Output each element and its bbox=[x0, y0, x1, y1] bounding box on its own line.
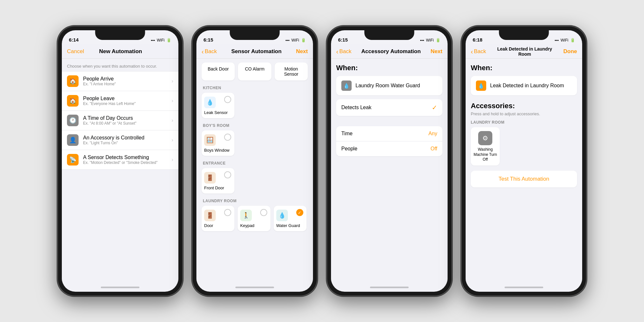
water-guard-icon: 💧 bbox=[276, 210, 288, 221]
sensor-radio[interactable] bbox=[224, 171, 231, 178]
automation-hint: Choose when you want this automation to … bbox=[62, 59, 178, 71]
sensor-card[interactable]: 🚶 Keypad bbox=[238, 206, 270, 231]
home-bar-4 bbox=[466, 283, 582, 292]
status-icons-3: ▪▪▪ WiFi 🔋 bbox=[420, 38, 440, 43]
sensor-card[interactable]: 💧 Leak Sensor bbox=[202, 93, 234, 118]
sensor-card[interactable]: 💧 Water Guard ✓ bbox=[274, 206, 307, 231]
sensor-card[interactable]: 🚪 Door bbox=[202, 206, 234, 231]
nav-title-3: Accessory Automation bbox=[361, 48, 421, 55]
boys-window-icon: 🪟 bbox=[204, 134, 216, 146]
sensor-card[interactable]: 🪟 Boys Window bbox=[202, 130, 234, 156]
wifi-icon: WiFi bbox=[561, 38, 568, 43]
chevron-right-icon: › bbox=[172, 78, 173, 84]
time-3: 6:15 bbox=[338, 37, 348, 43]
back-door-item[interactable]: Back Door bbox=[202, 62, 235, 80]
sensor-radio[interactable] bbox=[260, 209, 267, 216]
sensor-card[interactable]: 🚪 Front Door bbox=[202, 168, 234, 194]
screen-4-content: When: 💧 Leak Detected in Laundry Room Ac… bbox=[466, 59, 582, 283]
list-item[interactable]: 🏠 People Arrive Ex. "I Arrive Home" › bbox=[62, 71, 178, 91]
notch-1 bbox=[95, 30, 145, 40]
next-button-3[interactable]: Next bbox=[431, 48, 442, 55]
people-arrive-icon: 🏠 bbox=[67, 75, 79, 87]
washing-machine-icon: ⚙ bbox=[478, 131, 492, 145]
time-cond-label: Time bbox=[341, 131, 428, 137]
time-cond-value: Any bbox=[428, 131, 437, 137]
chevron-right-icon: › bbox=[172, 98, 173, 104]
sensor-title: A Sensor Detects Something bbox=[83, 155, 167, 160]
phone-3-screen: 6:15 ▪▪▪ WiFi 🔋 ‹ Back Accessory Automat… bbox=[331, 30, 448, 292]
time-condition-row[interactable]: Time Any bbox=[336, 126, 442, 141]
home-indicator bbox=[505, 287, 543, 288]
laundry-room-label: LAUNDRY ROOM bbox=[203, 199, 308, 203]
when-label-4: When: bbox=[471, 64, 577, 72]
battery-icon: 🔋 bbox=[301, 38, 306, 43]
list-item[interactable]: 🏠 People Leave Ex. "Everyone Has Left Ho… bbox=[62, 91, 178, 111]
home-bar-3 bbox=[331, 283, 448, 292]
sensor-radio-selected[interactable]: ✓ bbox=[296, 209, 303, 216]
check-icon: ✓ bbox=[432, 104, 437, 111]
leak-sensor-name: Leak Sensor bbox=[204, 110, 228, 115]
people-condition-row[interactable]: People Off bbox=[336, 141, 442, 156]
wifi-icon: WiFi bbox=[291, 38, 299, 43]
cancel-button[interactable]: Cancel bbox=[67, 48, 84, 55]
test-automation-button[interactable]: Test This Automation bbox=[471, 171, 577, 187]
phone-1-screen: 6:14 ▪▪▪ WiFi 🔋 Cancel New Automation Ch… bbox=[62, 30, 178, 292]
accessory-title: An Accessory is Controlled bbox=[83, 135, 167, 141]
accessory-text: An Accessory is Controlled Ex. "Light Tu… bbox=[83, 135, 167, 145]
list-item[interactable]: 📡 A Sensor Detects Something Ex. "Motion… bbox=[62, 150, 178, 170]
screen-2-content: Back Door CO Alarm Motion Sensor KITCHEN… bbox=[196, 59, 313, 283]
chevron-left-icon: ‹ bbox=[202, 48, 204, 55]
home-bar-1 bbox=[62, 283, 178, 292]
time-4: 6:18 bbox=[473, 37, 482, 43]
done-button[interactable]: Done bbox=[564, 48, 577, 55]
sensor-radio[interactable] bbox=[224, 209, 231, 216]
when-label-3: When: bbox=[336, 64, 442, 72]
nav-title-2: Sensor Automation bbox=[231, 48, 281, 55]
people-arrive-text: People Arrive Ex. "I Arrive Home" bbox=[83, 76, 167, 86]
notch-3 bbox=[365, 30, 414, 40]
back-button-4[interactable]: ‹ Back bbox=[471, 48, 486, 55]
phone-3: 6:15 ▪▪▪ WiFi 🔋 ‹ Back Accessory Automat… bbox=[327, 26, 452, 296]
signal-icon: ▪▪▪ bbox=[285, 38, 289, 43]
chevron-left-icon: ‹ bbox=[336, 48, 338, 55]
notch-2 bbox=[230, 30, 280, 40]
battery-icon: 🔋 bbox=[570, 38, 575, 43]
nav-bar-2: ‹ Back Sensor Automation Next bbox=[196, 44, 313, 59]
sensor-radio[interactable] bbox=[224, 96, 231, 103]
acc-conditions: Time Any People Off bbox=[336, 126, 442, 156]
back-button-2[interactable]: ‹ Back bbox=[202, 48, 217, 55]
people-arrive-sub: Ex. "I Arrive Home" bbox=[83, 82, 167, 86]
back-button-3[interactable]: ‹ Back bbox=[336, 48, 351, 55]
washing-machine-name: Washing Machine Turn Off bbox=[473, 147, 497, 162]
phone-2: 6:15 ▪▪▪ WiFi 🔋 ‹ Back Sensor Automation… bbox=[192, 26, 317, 296]
back-label-3: Back bbox=[339, 48, 352, 55]
sensor-icon: 📡 bbox=[67, 154, 79, 166]
kitchen-label: KITCHEN bbox=[203, 86, 308, 90]
list-item[interactable]: 👤 An Accessory is Controlled Ex. "Light … bbox=[62, 130, 178, 150]
nav-bar-3: ‹ Back Accessory Automation Next bbox=[331, 44, 448, 59]
laundry-room-section-label: LAUNDRY ROOM bbox=[471, 120, 577, 125]
people-leave-title: People Leave bbox=[83, 96, 167, 101]
entrance-grid: 🚪 Front Door bbox=[202, 168, 308, 194]
washing-machine-card[interactable]: ⚙ Washing Machine Turn Off bbox=[471, 127, 500, 166]
next-button-2[interactable]: Next bbox=[296, 48, 308, 55]
co-alarm-item[interactable]: CO Alarm bbox=[238, 62, 271, 80]
accessories-label: Accessories: bbox=[471, 102, 577, 110]
time-title: A Time of Day Occurs bbox=[83, 115, 167, 121]
home-bar-2 bbox=[196, 283, 313, 292]
acc-options: Detects Leak ✓ bbox=[336, 99, 442, 116]
nav-title-4: Leak Detected in Laundry Room bbox=[496, 46, 554, 57]
accessory-section: When: 💧 Laundry Room Water Guard Detects… bbox=[331, 59, 448, 161]
chevron-right-icon: › bbox=[172, 118, 173, 123]
wifi-icon: WiFi bbox=[157, 38, 165, 43]
sensor-radio[interactable] bbox=[224, 134, 231, 141]
option-row[interactable]: Detects Leak ✓ bbox=[336, 99, 442, 116]
laundry-door-name: Door bbox=[204, 223, 213, 228]
leak-section: When: 💧 Leak Detected in Laundry Room Ac… bbox=[466, 59, 582, 193]
motion-sensor-item[interactable]: Motion Sensor bbox=[275, 62, 308, 80]
battery-icon: 🔋 bbox=[436, 38, 440, 43]
people-leave-text: People Leave Ex. "Everyone Has Left Home… bbox=[83, 96, 167, 106]
back-label-4: Back bbox=[474, 48, 486, 55]
list-item[interactable]: 🕐 A Time of Day Occurs Ex. "At 8:00 AM" … bbox=[62, 111, 178, 130]
notch-4 bbox=[499, 30, 549, 40]
